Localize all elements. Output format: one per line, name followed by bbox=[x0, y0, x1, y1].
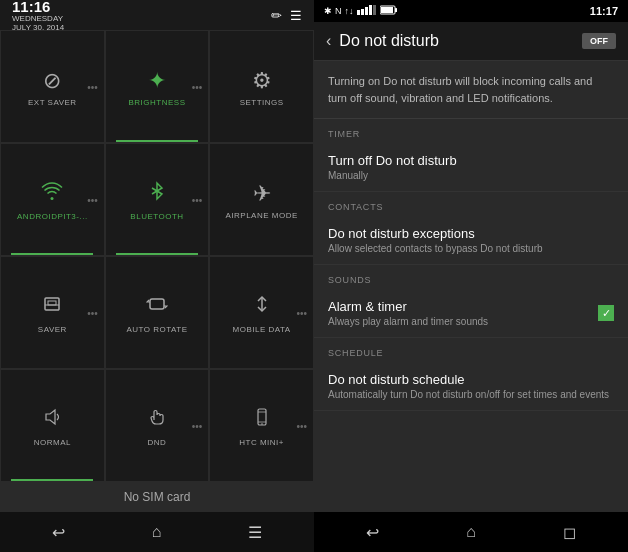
alarm-text: Alarm & timer Always play alarm and time… bbox=[328, 299, 488, 327]
airplane-label: AIRPLANE MODE bbox=[226, 211, 298, 220]
alarm-title: Alarm & timer bbox=[328, 299, 488, 314]
normal-underline bbox=[11, 479, 93, 481]
dnd-item-exceptions[interactable]: Do not disturb exceptions Allow selected… bbox=[314, 216, 628, 265]
mobile-data-label: MOBILE DATA bbox=[233, 325, 291, 334]
section-header-schedule: SCHEDULE bbox=[314, 338, 628, 362]
dnd-description: Turning on Do not disturb will block inc… bbox=[314, 61, 628, 119]
dnd-header: ‹ Do not disturb OFF bbox=[314, 22, 628, 61]
turn-off-subtitle: Manually bbox=[328, 170, 614, 181]
no-sim-text: No SIM card bbox=[124, 490, 191, 504]
svg-rect-5 bbox=[258, 409, 266, 425]
settings-label: SETTINGS bbox=[240, 98, 284, 107]
svg-rect-0 bbox=[45, 298, 59, 310]
airplane-icon: ✈ bbox=[253, 181, 271, 207]
svg-rect-13 bbox=[373, 5, 376, 15]
left-nav-bar: ↩ ⌂ ☰ bbox=[0, 512, 314, 552]
ext-saver-dots: ••• bbox=[87, 81, 98, 92]
left-status-bar: 11:16 WEDNESDAY JULY 30, 2014 ✏ ☰ bbox=[0, 0, 314, 30]
dnd-dots: ••• bbox=[192, 420, 203, 431]
svg-marker-4 bbox=[46, 410, 55, 424]
wifi-dots: ••• bbox=[87, 194, 98, 205]
wifi-label: AndroidPIT3-... bbox=[17, 212, 88, 221]
menu-button[interactable]: ☰ bbox=[248, 523, 262, 542]
bars-icon bbox=[357, 5, 377, 17]
dnd-back-button[interactable]: ‹ bbox=[326, 32, 331, 50]
svg-rect-9 bbox=[357, 10, 360, 15]
bluetooth-label: BLUETOOTH bbox=[130, 212, 183, 221]
back-button[interactable]: ↩ bbox=[52, 523, 65, 542]
bluetooth-icon bbox=[146, 180, 168, 208]
normal-label: NORMAL bbox=[34, 438, 71, 447]
time-block: 11:16 WEDNESDAY JULY 30, 2014 bbox=[12, 0, 64, 32]
brightness-dots: ••• bbox=[192, 81, 203, 92]
menu-icon: ☰ bbox=[290, 8, 302, 23]
ext-saver-label: EXT SAVER bbox=[28, 98, 77, 107]
right-status-bar: ✱ N ↑↓ 11:17 bbox=[314, 0, 628, 22]
brightness-icon: ✦ bbox=[148, 68, 166, 94]
speaker-icon bbox=[41, 406, 63, 434]
left-status-icons: ✏ ☰ bbox=[271, 8, 302, 23]
svg-point-8 bbox=[261, 423, 263, 425]
tile-saver[interactable]: SAVER ••• bbox=[0, 256, 105, 369]
svg-rect-1 bbox=[48, 301, 56, 305]
dnd-toggle[interactable]: OFF bbox=[582, 33, 616, 49]
section-header-sounds: SOUNDS bbox=[314, 265, 628, 289]
home-button[interactable]: ⌂ bbox=[152, 523, 162, 541]
tile-settings[interactable]: ⚙ SETTINGS bbox=[209, 30, 314, 143]
tile-auto-rotate[interactable]: AUTO ROTATE bbox=[105, 256, 210, 369]
battery-icon bbox=[380, 5, 398, 17]
dnd-item-schedule[interactable]: Do not disturb schedule Automatically tu… bbox=[314, 362, 628, 411]
tile-normal[interactable]: NORMAL bbox=[0, 369, 105, 482]
bluetooth-status-icon: ✱ bbox=[324, 6, 332, 16]
right-back-button[interactable]: ↩ bbox=[366, 523, 379, 542]
tile-dnd[interactable]: DND ••• bbox=[105, 369, 210, 482]
clock-time: 11:16 bbox=[12, 0, 64, 14]
dnd-header-left: ‹ Do not disturb bbox=[326, 32, 439, 50]
section-header-contacts: CONTACTS bbox=[314, 192, 628, 216]
tile-wifi[interactable]: AndroidPIT3-... ••• bbox=[0, 143, 105, 256]
right-nav-bar: ↩ ⌂ ◻ bbox=[314, 512, 628, 552]
edit-icon: ✏ bbox=[271, 8, 282, 23]
dnd-item-alarm[interactable]: Alarm & timer Always play alarm and time… bbox=[314, 289, 628, 338]
bluetooth-underline bbox=[116, 253, 198, 255]
ext-saver-icon: ⊘ bbox=[43, 68, 61, 94]
right-clock: 11:17 bbox=[590, 5, 618, 17]
quick-tiles-grid: ⊘ EXT SAVER ••• ✦ BRIGHTNESS ••• ⚙ SETTI… bbox=[0, 30, 314, 482]
right-recent-button[interactable]: ◻ bbox=[563, 523, 576, 542]
alarm-subtitle: Always play alarm and timer sounds bbox=[328, 316, 488, 327]
saver-dots: ••• bbox=[87, 307, 98, 318]
svg-rect-3 bbox=[150, 299, 164, 309]
tile-airplane[interactable]: ✈ AIRPLANE MODE bbox=[209, 143, 314, 256]
wifi-icon bbox=[41, 180, 63, 208]
auto-rotate-icon bbox=[146, 293, 168, 321]
section-header-timer: TIMER bbox=[314, 119, 628, 143]
exceptions-title: Do not disturb exceptions bbox=[328, 226, 614, 241]
brightness-underline bbox=[116, 140, 198, 142]
bluetooth-dots: ••• bbox=[192, 194, 203, 205]
htc-mini-icon bbox=[251, 406, 273, 434]
saver-label: SAVER bbox=[38, 325, 67, 334]
tile-mobile-data[interactable]: MOBILE DATA ••• bbox=[209, 256, 314, 369]
auto-rotate-label: AUTO ROTATE bbox=[126, 325, 187, 334]
htc-mini-label: HTC MINI+ bbox=[239, 438, 284, 447]
left-panel: 11:16 WEDNESDAY JULY 30, 2014 ✏ ☰ ⊘ EXT … bbox=[0, 0, 314, 552]
schedule-subtitle: Automatically turn Do not disturb on/off… bbox=[328, 389, 614, 400]
dnd-title: Do not disturb bbox=[339, 32, 439, 50]
tile-htc-mini[interactable]: HTC MINI+ ••• bbox=[209, 369, 314, 482]
dnd-content: Turning on Do not disturb will block inc… bbox=[314, 61, 628, 512]
dnd-item-turn-off[interactable]: Turn off Do not disturb Manually bbox=[314, 143, 628, 192]
schedule-title: Do not disturb schedule bbox=[328, 372, 614, 387]
alarm-row: Alarm & timer Always play alarm and time… bbox=[328, 299, 614, 327]
tile-bluetooth[interactable]: BLUETOOTH ••• bbox=[105, 143, 210, 256]
right-panel: ✱ N ↑↓ 11:17 bbox=[314, 0, 628, 552]
tile-brightness[interactable]: ✦ BRIGHTNESS ••• bbox=[105, 30, 210, 143]
network-status-icon: N bbox=[335, 6, 342, 16]
turn-off-title: Turn off Do not disturb bbox=[328, 153, 614, 168]
no-sim-bar: No SIM card bbox=[0, 482, 314, 512]
alarm-checkbox[interactable]: ✓ bbox=[598, 305, 614, 321]
svg-rect-15 bbox=[395, 8, 397, 12]
right-home-button[interactable]: ⌂ bbox=[466, 523, 476, 541]
tile-ext-saver[interactable]: ⊘ EXT SAVER ••• bbox=[0, 30, 105, 143]
svg-rect-11 bbox=[365, 7, 368, 15]
dnd-label: DND bbox=[148, 438, 167, 447]
